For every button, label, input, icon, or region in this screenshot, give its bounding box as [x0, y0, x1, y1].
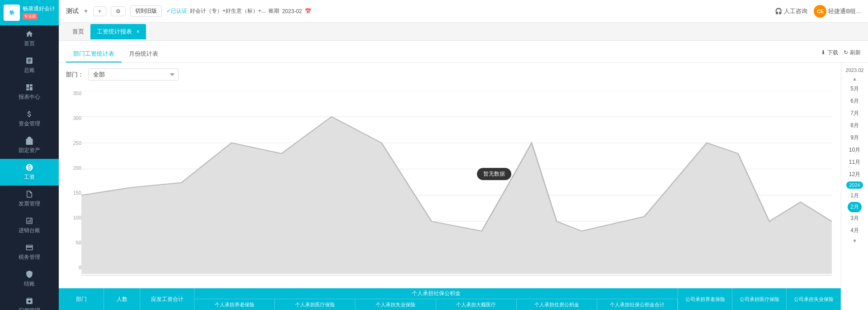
- date-month-9[interactable]: 9月: [841, 132, 868, 144]
- th-count: 人数: [104, 288, 140, 310]
- th-company-unemployment: 公司承担失业保险: [787, 288, 841, 310]
- th-personal-large-medical: 个人承担大额医疗: [436, 299, 517, 310]
- tab-bar: 首页 工资统计报表 ×: [59, 23, 868, 41]
- verified-status: ✓已认证: [166, 7, 187, 15]
- tab-home[interactable]: 首页: [66, 24, 90, 39]
- add-button[interactable]: +: [93, 6, 106, 16]
- date-month-11[interactable]: 11月: [841, 156, 868, 168]
- topbar-right: 🎧 人工咨询 CE 轻捷通B组...: [775, 5, 861, 18]
- sidebar-logo: 畅 畅康通好会计 专业版: [0, 0, 59, 25]
- refresh-icon: ↻: [844, 49, 848, 56]
- sub-tab-bar: 部门工资统计表 月份统计表 ⬇ 下载 ↻ 刷新: [59, 41, 868, 63]
- sidebar-item-home[interactable]: 首页: [0, 25, 59, 52]
- table-header: 部门 人数 应发工资合计 个人承担社保公积金 个人承担养老保险: [59, 288, 841, 310]
- main-area: 测试 ▼ + ⚙ 切到旧版 ✓已认证 好会计（专）+好生意（标）+... 账期 …: [59, 0, 868, 310]
- sidebar-item-tax[interactable]: 税务管理: [0, 239, 59, 266]
- sub-tab-monthly[interactable]: 月份统计表: [122, 46, 165, 62]
- date-year-2024[interactable]: 2024: [846, 181, 863, 189]
- date-sidebar-year-label: 2023.02: [846, 66, 864, 75]
- main-container: 部门： 全部 部门一 部门二 350 300 250: [59, 63, 868, 310]
- sidebar-item-ledger-label: 总账: [24, 67, 35, 74]
- sidebar-item-salary[interactable]: 工资: [0, 159, 59, 186]
- sidebar-item-assets[interactable]: 固定资产: [0, 132, 59, 159]
- refresh-button[interactable]: ↻ 刷新: [844, 49, 861, 57]
- date-month-12[interactable]: 12月: [841, 168, 868, 181]
- topbar-status: ✓已认证 好会计（专）+好生意（标）+... 账期 2023-02 📅: [166, 7, 311, 15]
- status-tags: 好会计（专）+好生意（标）+...: [190, 7, 266, 15]
- period-label: 账期: [269, 7, 279, 15]
- switch-version-button[interactable]: 切到旧版: [130, 5, 162, 17]
- chevron-down-icon: ▼: [83, 8, 89, 14]
- date-month-2024-2[interactable]: 2月: [848, 202, 862, 212]
- department-filter-select[interactable]: 全部 部门一 部门二: [88, 68, 179, 81]
- topbar: 测试 ▼ + ⚙ 切到旧版 ✓已认证 好会计（专）+好生意（标）+... 账期 …: [59, 0, 868, 23]
- date-month-2024-3[interactable]: 3月: [841, 212, 868, 224]
- date-sidebar: 2023.02 ▲ 5月 6月 7月 8月 9月 10月 11月 12月 202…: [841, 63, 868, 310]
- logo-icon: 畅: [4, 5, 20, 21]
- home-icon: [25, 30, 33, 38]
- th-personal-pension: 个人承担养老保险: [194, 299, 275, 310]
- sidebar-item-sales[interactable]: 进销台账: [0, 212, 59, 239]
- sidebar-item-reports[interactable]: 报表中心: [0, 79, 59, 105]
- date-month-7[interactable]: 7月: [841, 107, 868, 119]
- service-label: 人工咨询: [784, 7, 807, 15]
- th-group1-header: 个人承担社保公积金: [194, 288, 678, 299]
- date-month-6[interactable]: 6月: [841, 95, 868, 107]
- sidebar-item-home-label: 首页: [24, 40, 35, 48]
- download-button[interactable]: ⬇ 下载: [821, 49, 838, 57]
- date-month-2024-4[interactable]: 4月: [841, 224, 868, 237]
- sidebar-item-archive[interactable]: 归档管理: [0, 292, 59, 310]
- department-filter-label: 部门：: [66, 71, 84, 79]
- period-value: 2023-02: [282, 8, 302, 14]
- sidebar-item-checkout[interactable]: 结账: [0, 266, 59, 292]
- headset-icon: 🎧: [775, 8, 782, 14]
- reports-icon: [25, 83, 33, 91]
- sub-tab-actions: ⬇ 下载 ↻ 刷新: [821, 49, 861, 60]
- y-label-50: 50: [76, 240, 81, 245]
- settings-button[interactable]: ⚙: [111, 6, 126, 16]
- download-icon: ⬇: [821, 49, 826, 56]
- company-name: 测试: [66, 7, 79, 15]
- funds-icon: [25, 110, 33, 118]
- th-group1-cols: 个人承担养老保险 个人承担医疗保险 个人承担失业保险: [194, 299, 678, 310]
- th-personal-housing-fund: 个人承担住房公积金: [517, 299, 597, 310]
- tab-salary[interactable]: 工资统计报表 ×: [90, 24, 146, 39]
- content-area: 首页 工资统计报表 × 部门工资统计表 月份统计表 ⬇ 下载: [59, 23, 868, 310]
- sidebar-item-reports-label: 报表中心: [19, 93, 40, 101]
- filter-row: 部门： 全部 部门一 部门二: [59, 63, 841, 86]
- chart-section: 部门： 全部 部门一 部门二 350 300 250: [59, 63, 841, 310]
- logo-text: 畅康通好会计 专业版: [23, 5, 55, 20]
- th-company-pension: 公司承担养老保险: [678, 288, 732, 310]
- service-button[interactable]: 🎧 人工咨询: [775, 7, 807, 15]
- date-month-10[interactable]: 10月: [841, 144, 868, 156]
- date-nav-down[interactable]: ▼: [849, 237, 860, 245]
- tab-close-icon[interactable]: ×: [137, 29, 140, 35]
- sidebar-item-funds-label: 资金管理: [19, 120, 40, 128]
- y-label-350: 350: [73, 91, 81, 96]
- sidebar-item-checkout-label: 结账: [24, 280, 35, 288]
- table-header-row: 部门 人数 应发工资合计 个人承担社保公积金 个人承担养老保险: [59, 288, 841, 310]
- user-info[interactable]: CE 轻捷通B组...: [814, 5, 861, 18]
- sidebar-item-tax-label: 税务管理: [19, 253, 40, 261]
- date-nav-up[interactable]: ▲: [849, 75, 860, 83]
- date-month-5[interactable]: 5月: [841, 83, 868, 95]
- chart-svg: [81, 91, 832, 275]
- sidebar-item-ledger[interactable]: 总账: [0, 52, 59, 79]
- date-month-8[interactable]: 8月: [841, 119, 868, 132]
- refresh-label: 刷新: [850, 49, 861, 57]
- y-label-100: 100: [73, 215, 81, 220]
- sidebar-item-funds[interactable]: 资金管理: [0, 105, 59, 132]
- y-label-300: 300: [73, 115, 81, 121]
- calendar-icon: 📅: [305, 8, 311, 14]
- logo-name: 畅康通好会计: [23, 5, 55, 13]
- archive-icon: [25, 297, 33, 305]
- sub-tab-department[interactable]: 部门工资统计表: [66, 46, 122, 62]
- sidebar-item-invoice[interactable]: 发票管理: [0, 186, 59, 212]
- user-name: 轻捷通B组...: [828, 7, 861, 15]
- tax-icon: [25, 243, 33, 252]
- chart-svg-wrapper: 暂无数据: [81, 91, 832, 275]
- checkout-icon: [25, 270, 33, 278]
- sidebar-item-salary-label: 工资: [24, 173, 35, 181]
- tab-home-label: 首页: [72, 28, 84, 35]
- date-month-2024-1[interactable]: 1月: [841, 190, 868, 202]
